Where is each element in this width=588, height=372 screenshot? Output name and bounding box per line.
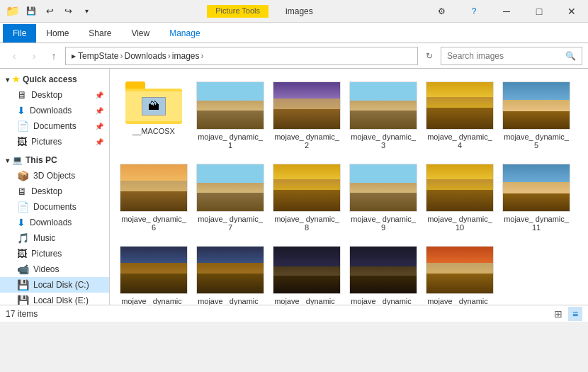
qat-undo-button[interactable]: ↩ — [41, 3, 58, 20]
sidebar-item-local-e[interactable]: 💾 Local Disk (E:) — [0, 293, 109, 305]
large-icons-view-button[interactable]: ⊞ — [551, 307, 565, 321]
quick-access-star: ★ — [12, 74, 20, 84]
file-item[interactable]: mojave_ dynamic_13 — [195, 242, 266, 305]
image-thumbnail — [426, 246, 494, 294]
sidebar-item-3d-objects[interactable]: 📦 3D Objects — [0, 168, 109, 184]
details-view-button[interactable]: ≡ — [568, 307, 582, 321]
ribbon: File Home Share View Manage — [0, 23, 588, 43]
image-thumbnail — [273, 81, 341, 130]
qat-dropdown-button[interactable]: ▾ — [78, 3, 95, 20]
file-item[interactable]: mojave_ dynamic_16 — [424, 242, 495, 305]
image-thumbnail — [196, 246, 264, 294]
file-item[interactable]: mojave_ dynamic_7 — [195, 159, 266, 236]
sidebar-item-label: Documents — [33, 121, 77, 131]
settings-button[interactable]: ⚙ — [425, 0, 458, 23]
file-item[interactable]: mojave_ dynamic_1 — [195, 77, 266, 154]
title-center: Picture Tools images — [101, 5, 425, 18]
file-label: mojave_ dynamic_10 — [427, 215, 492, 232]
sidebar-item-videos[interactable]: 📹 Videos — [0, 261, 109, 277]
ribbon-tab-share[interactable]: Share — [79, 24, 121, 43]
quick-access-header[interactable]: ▾ ★ Quick access — [0, 72, 109, 87]
search-icon: 🔍 — [565, 51, 576, 61]
ribbon-tab-file[interactable]: File — [3, 24, 36, 43]
sidebar-item-label: Downloads — [30, 106, 72, 115]
file-label: __MACOSX — [132, 127, 175, 135]
back-button[interactable]: ‹ — [6, 47, 23, 64]
refresh-button[interactable]: ↻ — [421, 47, 438, 64]
file-item[interactable]: mojave_ dynamic_4 — [424, 77, 495, 154]
desktop-quick-icon: 🖥 — [17, 89, 27, 101]
pin-icon: 📌 — [95, 91, 103, 99]
file-item[interactable]: mojave_ dynamic_14 — [271, 242, 342, 305]
sidebar-item-desktop-quick[interactable]: 🖥 Desktop 📌 — [0, 87, 109, 103]
sidebar-item-label: Videos — [33, 264, 59, 274]
search-input[interactable] — [447, 51, 565, 61]
file-item[interactable]: mojave_ dynamic_8 — [271, 159, 342, 236]
file-label: mojave_ dynamic_11 — [504, 215, 569, 232]
file-item[interactable]: mojave_ dynamic_15 — [348, 242, 419, 305]
ribbon-tab-manage[interactable]: Manage — [159, 24, 210, 43]
sidebar-item-documents-quick[interactable]: 📄 Documents 📌 — [0, 118, 109, 134]
quick-access-toolbar: 💾 ↩ ↪ ▾ — [23, 3, 95, 20]
file-label: mojave_ dynamic_12 — [121, 297, 186, 305]
image-thumbnail — [349, 246, 417, 294]
this-pc-header[interactable]: ▾ 💻 This PC — [0, 152, 109, 168]
quick-access-label: Quick access — [23, 74, 77, 84]
file-item[interactable]: mojave_ dynamic_12 — [118, 242, 189, 305]
file-label: mojave_ dynamic_16 — [427, 297, 492, 305]
quick-access-arrow: ▾ — [6, 76, 9, 84]
view-toggle: ⊞ ≡ — [551, 307, 582, 321]
file-label: mojave_ dynamic_8 — [274, 215, 339, 232]
app-icon: 📁 — [6, 4, 20, 18]
status-bar: 17 items ⊞ ≡ — [0, 305, 588, 322]
sidebar-item-local-c[interactable]: 💾 Local Disk (C:) — [0, 277, 109, 293]
qat-redo-button[interactable]: ↪ — [60, 3, 77, 20]
path-downloads: Downloads — [124, 51, 166, 61]
file-item[interactable]: mojave_ dynamic_10 — [424, 159, 495, 236]
file-item[interactable]: 🏔 __MACOSX — [118, 77, 189, 154]
file-item[interactable]: mojave_ dynamic_5 — [501, 77, 572, 154]
sidebar-item-documents-pc[interactable]: 📄 Documents — [0, 199, 109, 215]
qat-save-button[interactable]: 💾 — [23, 3, 40, 20]
sidebar-item-pictures-quick[interactable]: 🖼 Pictures 📌 — [0, 134, 109, 150]
file-item[interactable]: mojave_ dynamic_9 — [348, 159, 419, 236]
window-title: images — [280, 5, 319, 18]
picture-tools-tab[interactable]: Picture Tools — [207, 5, 268, 18]
address-bar: ‹ › ↑ ▸ TempState › Downloads › images ›… — [0, 43, 588, 69]
minimize-button[interactable]: ─ — [490, 0, 523, 23]
sidebar-item-downloads-quick[interactable]: ⬇ Downloads 📌 — [0, 103, 109, 118]
close-button[interactable]: ✕ — [555, 0, 588, 23]
file-item[interactable]: mojave_ dynamic_11 — [501, 159, 572, 236]
local-c-icon: 💾 — [17, 279, 29, 291]
sidebar-item-label: Local Disk (C:) — [33, 280, 89, 290]
sidebar-item-music[interactable]: 🎵 Music — [0, 230, 109, 246]
image-thumbnail — [502, 81, 570, 130]
sidebar-item-downloads-pc[interactable]: ⬇ Downloads — [0, 215, 109, 230]
help-button[interactable]: ? — [458, 0, 490, 23]
forward-button[interactable]: › — [26, 47, 43, 64]
downloads-pc-icon: ⬇ — [17, 217, 26, 228]
file-label: mojave_ dynamic_6 — [121, 215, 186, 232]
image-thumbnail — [273, 246, 341, 294]
image-thumbnail — [426, 81, 494, 130]
image-thumbnail — [502, 164, 570, 212]
ribbon-tab-home[interactable]: Home — [36, 24, 79, 43]
address-path[interactable]: ▸ TempState › Downloads › images › — [65, 47, 418, 65]
file-label: mojave_ dynamic_1 — [198, 133, 263, 150]
file-item[interactable]: mojave_ dynamic_2 — [271, 77, 342, 154]
search-box[interactable]: 🔍 — [441, 47, 582, 65]
maximize-button[interactable]: □ — [523, 0, 555, 23]
music-icon: 🎵 — [17, 232, 29, 244]
file-item[interactable]: mojave_ dynamic_3 — [348, 77, 419, 154]
sidebar-item-pictures-pc[interactable]: 🖼 Pictures — [0, 246, 109, 261]
sidebar-item-desktop-pc[interactable]: 🖥 Desktop — [0, 184, 109, 199]
image-thumbnail — [349, 81, 417, 130]
file-label: mojave_ dynamic_14 — [274, 297, 339, 305]
title-bar-left: 📁 💾 ↩ ↪ ▾ — [0, 3, 101, 20]
image-thumbnail — [196, 81, 264, 130]
window-controls: ⚙ ? ─ □ ✕ — [425, 0, 588, 23]
up-button[interactable]: ↑ — [45, 47, 62, 64]
file-label: mojave_ dynamic_7 — [198, 215, 263, 232]
ribbon-tab-view[interactable]: View — [121, 24, 159, 43]
file-item[interactable]: mojave_ dynamic_6 — [118, 159, 189, 236]
